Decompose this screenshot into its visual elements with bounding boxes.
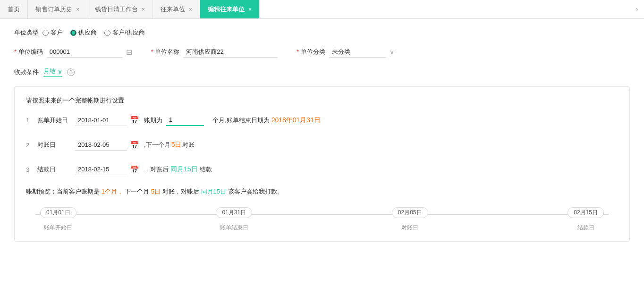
unit-code-input[interactable] [47, 46, 122, 58]
unit-type-label: 单位类型 [14, 28, 39, 37]
tab-bar: 首页 销售订单历史 × 钱货日清工作台 × 往来单位 × 编辑往来单位 × › [0, 0, 644, 19]
unit-name-input[interactable] [183, 46, 278, 58]
period-months-input[interactable] [166, 114, 204, 126]
tab-scroll-right[interactable]: › [630, 0, 644, 18]
period-row-2-date[interactable] [75, 139, 127, 151]
tab-sales-history[interactable]: 销售订单历史 × [28, 0, 87, 18]
tab-sales-history-label: 销售订单历史 [35, 5, 72, 14]
code-name-category-row: 单位编码 ⊟ 单位名称 单位分类 ∨ [14, 46, 630, 58]
timeline-node-4: 02月15日 结款日 [568, 207, 604, 232]
timeline-node-3: 02月05日 对账日 [392, 207, 428, 232]
unit-code-label: 单位编码 [14, 48, 43, 56]
main-content: 单位类型 客户 供应商 客户/供应商 单位编码 ⊟ [0, 19, 644, 287]
payment-terms-value: 月结 [43, 67, 56, 76]
period-title: 请按照未来的一个完整帐期进行设置 [26, 96, 618, 105]
timeline-container: 01月01日 账单开始日 01月31日 账单结束日 02月05日 对账日 [26, 207, 618, 232]
period-box: 请按照未来的一个完整帐期进行设置 1 账单开始日 📅 账期为 个月,账单结束日期… [14, 86, 630, 242]
payment-terms-row: 收款条件 月结 ∨ ? [14, 67, 630, 77]
payment-terms-dropdown-icon[interactable]: ∨ [58, 68, 62, 75]
unit-category-input[interactable] [329, 46, 386, 58]
period-row-2-label: 对账日 [37, 141, 75, 149]
period-row-2-num: 2 [26, 142, 37, 149]
preview-highlight1: 1个月， [102, 188, 123, 195]
unit-type-radio-group: 客户 供应商 客户/供应商 [42, 28, 145, 37]
tab-edit-partner-label: 编辑往来单位 [208, 5, 245, 14]
unit-name-field: 单位名称 [151, 46, 278, 58]
period-row-3-highlight-day: 同月15日 [170, 165, 198, 174]
period-row-1: 1 账单开始日 📅 账期为 个月,账单结束日期为 2018年01月31日 [26, 114, 618, 126]
period-row-3-num: 3 [26, 166, 37, 173]
timeline-node-2: 01月31日 账单结束日 [216, 207, 252, 232]
tab-partner-unit-close[interactable]: × [189, 6, 192, 13]
timeline-badge-1: 01月01日 [40, 207, 76, 218]
period-row-3-desc-suffix: 结款 [200, 165, 212, 174]
payment-terms-label: 收款条件 [14, 68, 39, 76]
timeline-label-1: 账单开始日 [44, 224, 72, 232]
period-row-1-highlight-date: 2018年01月31日 [271, 116, 321, 125]
unit-category-dropdown-icon[interactable]: ∨ [390, 48, 394, 56]
preview-highlight2: 5日 [151, 188, 161, 195]
tab-home-label: 首页 [8, 5, 20, 14]
unit-category-field: 单位分类 ∨ [297, 46, 394, 58]
period-row-2-highlight-day: 5日 [171, 141, 182, 149]
radio-customer-label: 客户 [51, 28, 63, 37]
radio-supplier[interactable]: 供应商 [70, 28, 97, 37]
unit-name-label: 单位名称 [151, 48, 180, 56]
radio-supplier-label: 供应商 [78, 28, 97, 37]
unit-type-row: 单位类型 客户 供应商 客户/供应商 [14, 28, 630, 37]
period-row-1-desc-prefix: 账期为 [144, 116, 162, 125]
period-row-2-desc-prefix: ,下一个月 [144, 141, 170, 149]
radio-both-label: 客户/供应商 [112, 28, 145, 37]
tab-sales-history-close[interactable]: × [76, 6, 79, 13]
preview-section: 账期预览：当前客户账期是 1个月， 下一个月 5日 对账，对账后 同月15日 该… [26, 180, 618, 232]
period-row-3-label: 结款日 [37, 165, 75, 174]
period-row-2-calendar-icon[interactable]: 📅 [130, 141, 139, 150]
tab-cash-work-close[interactable]: × [142, 6, 145, 13]
period-row-3-calendar-icon[interactable]: 📅 [130, 165, 139, 174]
period-row-1-calendar-icon[interactable]: 📅 [130, 116, 139, 125]
timeline-node-1: 01月01日 账单开始日 [40, 207, 76, 232]
timeline-label-2: 账单结束日 [220, 224, 248, 232]
period-row-3: 3 结款日 📅 ，对账后 同月15日 结款 [26, 164, 618, 175]
payment-terms-select[interactable]: 月结 ∨ [43, 67, 62, 77]
radio-both-input[interactable] [104, 30, 110, 36]
preview-prefix: 账期预览：当前客户账期是 [26, 188, 100, 195]
preview-highlight3: 同月15日 [201, 188, 226, 195]
preview-suffix: 该客户会给我打款。 [228, 188, 283, 195]
period-row-1-num: 1 [26, 117, 37, 124]
tab-home[interactable]: 首页 [0, 0, 28, 18]
tab-cash-work-label: 钱货日清工作台 [95, 5, 138, 14]
preview-middle: 下一个月 [125, 188, 149, 195]
period-row-1-date[interactable] [75, 115, 127, 126]
tab-cash-work[interactable]: 钱货日清工作台 × [87, 0, 153, 18]
timeline-label-4: 结款日 [577, 224, 594, 232]
period-row-2: 2 对账日 📅 ,下一个月 5日 对账 [26, 139, 618, 151]
radio-customer-input[interactable] [42, 30, 49, 36]
period-row-3-date[interactable] [75, 164, 127, 175]
tab-partner-unit[interactable]: 往来单位 × [153, 0, 200, 18]
tab-edit-partner-close[interactable]: × [248, 6, 252, 13]
tab-edit-partner[interactable]: 编辑往来单位 × [200, 0, 260, 18]
unit-type-field: 单位类型 客户 供应商 客户/供应商 [14, 28, 145, 37]
period-row-3-desc-prefix: ，对账后 [144, 165, 169, 174]
timeline-badge-3: 02月05日 [392, 207, 428, 218]
period-row-1-desc-suffix: 个月,账单结束日期为 [212, 116, 270, 125]
timeline-badge-2: 01月31日 [216, 207, 252, 218]
timeline-label-3: 对账日 [401, 224, 418, 232]
timeline-badge-4: 02月15日 [568, 207, 604, 218]
tab-partner-unit-label: 往来单位 [161, 5, 185, 14]
period-row-2-desc-suffix: 对账 [182, 141, 195, 149]
radio-both[interactable]: 客户/供应商 [104, 28, 145, 37]
radio-customer[interactable]: 客户 [42, 28, 63, 37]
preview-text: 账期预览：当前客户账期是 1个月， 下一个月 5日 对账，对账后 同月15日 该… [26, 187, 618, 196]
unit-code-field: 单位编码 ⊟ [14, 46, 132, 58]
unit-code-icon[interactable]: ⊟ [126, 48, 132, 57]
timeline-nodes: 01月01日 账单开始日 01月31日 账单结束日 02月05日 对账日 [40, 207, 604, 232]
period-row-1-label: 账单开始日 [37, 116, 75, 125]
unit-category-label: 单位分类 [297, 48, 325, 56]
preview-after: 对账，对账后 [162, 188, 199, 195]
payment-terms-help-icon[interactable]: ? [67, 68, 75, 76]
radio-supplier-input[interactable] [70, 30, 76, 36]
